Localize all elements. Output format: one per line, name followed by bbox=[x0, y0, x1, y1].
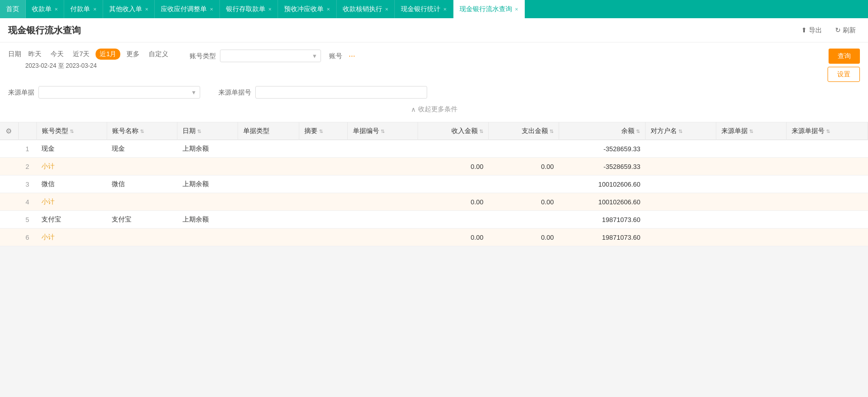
row-counterpart bbox=[646, 193, 716, 211]
row-date bbox=[177, 229, 238, 246]
close-icon[interactable]: × bbox=[268, 6, 271, 12]
tab-writeoff[interactable]: 收款核销执行 × bbox=[337, 0, 395, 18]
row-acct-type: 微信 bbox=[36, 175, 107, 193]
row-num-cell: 2 bbox=[18, 158, 36, 175]
sort-icon: ⇅ bbox=[636, 128, 640, 134]
table-row: 1 现金 现金 上期余额 -3528659.33 bbox=[0, 140, 868, 158]
col-acct-name[interactable]: 账号名称⇅ bbox=[107, 122, 177, 140]
row-doc-type bbox=[238, 158, 299, 175]
row-source-doc bbox=[716, 193, 786, 211]
row-summary bbox=[299, 158, 347, 175]
date-1month[interactable]: 近1月 bbox=[96, 49, 120, 60]
source-doc-no-input[interactable] bbox=[255, 86, 427, 99]
tab-payment[interactable]: 付款单 × bbox=[64, 0, 103, 18]
col-summary[interactable]: 摘要⇅ bbox=[299, 122, 347, 140]
row-acct-type: 小计 bbox=[36, 229, 107, 246]
col-acct-type[interactable]: 账号类型⇅ bbox=[36, 122, 107, 140]
gear-icon[interactable]: ⚙ bbox=[6, 127, 12, 135]
table-row: 3 微信 微信 上期余额 100102606.60 bbox=[0, 175, 868, 193]
row-acct-type: 小计 bbox=[36, 158, 107, 175]
row-source-doc-no bbox=[786, 175, 867, 193]
table-row: 6 小计 0.00 0.00 19871073.60 bbox=[0, 229, 868, 246]
row-source-doc-no bbox=[786, 193, 867, 211]
row-num-cell: 6 bbox=[18, 229, 36, 246]
row-date: 上期余额 bbox=[177, 140, 238, 158]
row-settings-cell bbox=[0, 175, 18, 193]
tab-bank-deposit[interactable]: 银行存取款单 × bbox=[220, 0, 278, 18]
row-income bbox=[418, 140, 488, 158]
acct-ellipsis-btn[interactable]: ··· bbox=[346, 50, 357, 63]
table-area: ⚙ 账号类型⇅ 账号名称⇅ 日期⇅ 单据类型 摘要⇅ 单据编号⇅ bbox=[0, 122, 868, 246]
row-expense bbox=[488, 211, 559, 229]
close-icon[interactable]: × bbox=[385, 6, 388, 12]
tab-other-income[interactable]: 其他收入单 × bbox=[103, 0, 155, 18]
row-expense: 0.00 bbox=[488, 229, 559, 246]
close-icon[interactable]: × bbox=[93, 6, 96, 12]
col-income[interactable]: 收入金额⇅ bbox=[418, 122, 488, 140]
close-icon[interactable]: × bbox=[210, 6, 213, 12]
col-source-doc[interactable]: 来源单据⇅ bbox=[716, 122, 786, 140]
tab-advance[interactable]: 预收冲应收单 × bbox=[278, 0, 336, 18]
query-button[interactable]: 查询 bbox=[829, 49, 860, 64]
sort-icon: ⇅ bbox=[479, 128, 483, 134]
collapse-bar[interactable]: ∧ 收起更多条件 bbox=[8, 103, 860, 116]
close-icon[interactable]: × bbox=[515, 6, 518, 12]
col-source-doc-no[interactable]: 来源单据号⇅ bbox=[786, 122, 867, 140]
date-today[interactable]: 今天 bbox=[48, 49, 67, 60]
row-settings-cell bbox=[0, 229, 18, 246]
acct-type-select[interactable]: ▾ bbox=[220, 50, 321, 62]
date-yesterday[interactable]: 昨天 bbox=[25, 49, 44, 60]
sort-icon: ⇅ bbox=[140, 128, 144, 134]
close-icon[interactable]: × bbox=[443, 6, 446, 12]
tab-home[interactable]: 首页 bbox=[0, 0, 26, 18]
row-settings-cell bbox=[0, 158, 18, 175]
col-date[interactable]: 日期⇅ bbox=[177, 122, 238, 140]
sort-icon: ⇅ bbox=[826, 128, 830, 134]
table-header-row: ⚙ 账号类型⇅ 账号名称⇅ 日期⇅ 单据类型 摘要⇅ 单据编号⇅ bbox=[0, 122, 868, 140]
page-title: 现金银行流水查询 bbox=[8, 24, 81, 36]
date-more[interactable]: 更多 bbox=[123, 49, 143, 60]
tab-stats[interactable]: 现金银行统计 × bbox=[395, 0, 453, 18]
row-balance: 19871073.60 bbox=[559, 229, 646, 246]
row-doc-type bbox=[238, 211, 299, 229]
acct-type-label: 账号类型 bbox=[190, 52, 216, 61]
row-income: 0.00 bbox=[418, 158, 488, 175]
refresh-button[interactable]: ↻ 刷新 bbox=[831, 24, 860, 37]
chevron-down-icon2: ▾ bbox=[192, 89, 196, 96]
close-icon[interactable]: × bbox=[55, 6, 58, 12]
col-doc-no[interactable]: 单据编号⇅ bbox=[348, 122, 418, 140]
date-custom[interactable]: 自定义 bbox=[146, 49, 171, 60]
close-icon[interactable]: × bbox=[327, 6, 330, 12]
sort-icon: ⇅ bbox=[381, 128, 385, 134]
date-shortcuts: 昨天 今天 近7天 近1月 更多 自定义 bbox=[25, 49, 171, 60]
row-balance: 19871073.60 bbox=[559, 211, 646, 229]
row-expense bbox=[488, 140, 559, 158]
table-row: 4 小计 0.00 0.00 100102606.60 bbox=[0, 193, 868, 211]
row-summary bbox=[299, 140, 347, 158]
row-doc-no bbox=[348, 193, 418, 211]
col-counterpart[interactable]: 对方户名⇅ bbox=[646, 122, 716, 140]
export-button[interactable]: ⬆ 导出 bbox=[797, 24, 826, 37]
source-doc-no-label: 来源单据号 bbox=[218, 88, 251, 97]
settings-button[interactable]: 设置 bbox=[828, 67, 860, 82]
row-acct-name: 现金 bbox=[107, 140, 177, 158]
row-doc-type bbox=[238, 140, 299, 158]
close-icon[interactable]: × bbox=[145, 6, 148, 12]
col-expense[interactable]: 支出金额⇅ bbox=[488, 122, 559, 140]
row-acct-name: 微信 bbox=[107, 175, 177, 193]
row-date: 上期余额 bbox=[177, 175, 238, 193]
row-income bbox=[418, 211, 488, 229]
row-balance: -3528659.33 bbox=[559, 140, 646, 158]
row-date: 上期余额 bbox=[177, 211, 238, 229]
tab-receipt[interactable]: 收款单 × bbox=[26, 0, 64, 18]
tab-adjustment[interactable]: 应收应付调整单 × bbox=[155, 0, 219, 18]
row-source-doc-no bbox=[786, 158, 867, 175]
row-balance: 100102606.60 bbox=[559, 175, 646, 193]
source-doc-select[interactable]: ▾ bbox=[38, 86, 200, 99]
date-7days[interactable]: 近7天 bbox=[70, 49, 93, 60]
chevron-up-icon: ∧ bbox=[411, 106, 416, 113]
col-balance[interactable]: 余额⇅ bbox=[559, 122, 646, 140]
acct-label: 账号 bbox=[329, 52, 342, 61]
source-doc-label: 来源单据 bbox=[8, 88, 34, 97]
tab-cashflow-query[interactable]: 现金银行流水查询 × bbox=[453, 0, 525, 18]
